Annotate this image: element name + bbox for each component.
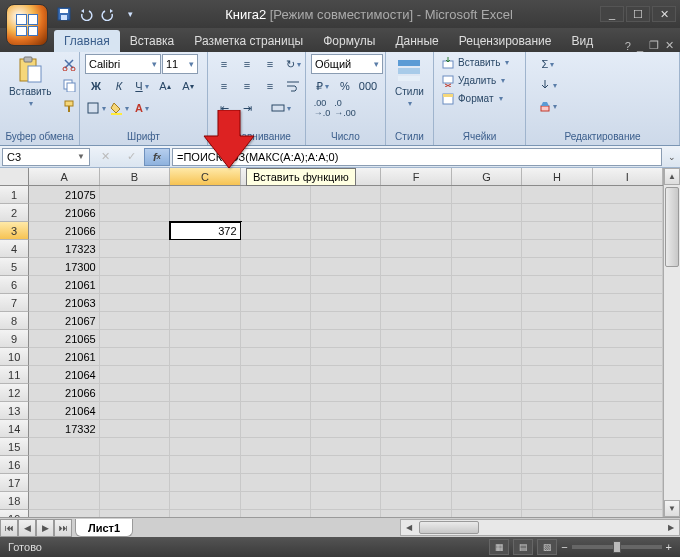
cell[interactable]: [593, 258, 663, 276]
insert-function-button[interactable]: fx: [144, 148, 170, 166]
cell[interactable]: [100, 294, 170, 312]
cell[interactable]: [241, 258, 311, 276]
cell[interactable]: [311, 204, 381, 222]
cell[interactable]: [241, 510, 311, 517]
mdi-restore-icon[interactable]: ❐: [649, 39, 659, 52]
cell[interactable]: [311, 258, 381, 276]
column-header[interactable]: I: [593, 168, 663, 185]
cell[interactable]: [522, 312, 592, 330]
cell[interactable]: [452, 204, 522, 222]
align-middle-button[interactable]: ≡: [236, 54, 258, 74]
cell[interactable]: [100, 510, 170, 517]
cell[interactable]: [170, 186, 240, 204]
cell[interactable]: [593, 330, 663, 348]
cell[interactable]: [452, 276, 522, 294]
cell-grid[interactable]: ABCDEFGHI1210752210663210663724173235173…: [0, 168, 663, 517]
cell[interactable]: [452, 240, 522, 258]
cell[interactable]: [311, 366, 381, 384]
cell[interactable]: 17332: [29, 420, 99, 438]
cell[interactable]: [100, 492, 170, 510]
cell[interactable]: [522, 186, 592, 204]
maximize-button[interactable]: ☐: [626, 6, 650, 22]
cell[interactable]: [311, 294, 381, 312]
cell[interactable]: [170, 258, 240, 276]
cell[interactable]: [522, 492, 592, 510]
mdi-minimize-icon[interactable]: _: [637, 40, 643, 52]
cell[interactable]: [452, 186, 522, 204]
cell[interactable]: [241, 366, 311, 384]
cell[interactable]: [381, 204, 451, 222]
wrap-text-button[interactable]: [282, 76, 304, 96]
cell[interactable]: [522, 222, 592, 240]
scroll-down-button[interactable]: ▼: [664, 500, 680, 517]
page-break-view-button[interactable]: ▧: [537, 539, 557, 555]
cell[interactable]: [29, 456, 99, 474]
cell[interactable]: [170, 474, 240, 492]
minimize-button[interactable]: _: [600, 6, 624, 22]
cell[interactable]: [381, 294, 451, 312]
cell[interactable]: [170, 402, 240, 420]
row-header[interactable]: 16: [0, 456, 29, 474]
cell[interactable]: [452, 510, 522, 517]
cell[interactable]: 21064: [29, 366, 99, 384]
row-header[interactable]: 13: [0, 402, 29, 420]
tab-insert[interactable]: Вставка: [120, 30, 185, 52]
cell[interactable]: [100, 312, 170, 330]
cell[interactable]: [522, 366, 592, 384]
sheet-tab[interactable]: Лист1: [75, 519, 133, 537]
cell[interactable]: [170, 456, 240, 474]
cell[interactable]: [241, 348, 311, 366]
cell[interactable]: [311, 312, 381, 330]
row-header[interactable]: 9: [0, 330, 29, 348]
cell[interactable]: [100, 348, 170, 366]
cell[interactable]: [311, 222, 381, 240]
cell[interactable]: [311, 384, 381, 402]
align-center-button[interactable]: ≡: [236, 76, 258, 96]
undo-icon[interactable]: [78, 6, 94, 22]
cell[interactable]: [381, 240, 451, 258]
tab-review[interactable]: Рецензирование: [449, 30, 562, 52]
cell[interactable]: [452, 222, 522, 240]
row-header[interactable]: 7: [0, 294, 29, 312]
cell[interactable]: [522, 258, 592, 276]
cell[interactable]: [170, 204, 240, 222]
cell[interactable]: [593, 420, 663, 438]
cell[interactable]: [311, 492, 381, 510]
cell[interactable]: [522, 276, 592, 294]
cell[interactable]: 21064: [29, 402, 99, 420]
cell[interactable]: [311, 276, 381, 294]
tab-home[interactable]: Главная: [54, 30, 120, 52]
cell[interactable]: [100, 456, 170, 474]
copy-button[interactable]: [58, 75, 80, 95]
column-header[interactable]: A: [29, 168, 99, 185]
cell[interactable]: [311, 420, 381, 438]
italic-button[interactable]: К: [108, 76, 130, 96]
fill-color-button[interactable]: ▾: [108, 98, 130, 118]
cancel-formula-button[interactable]: ✕: [92, 148, 118, 166]
cell[interactable]: [100, 204, 170, 222]
cell[interactable]: [522, 438, 592, 456]
cell[interactable]: [100, 384, 170, 402]
cell[interactable]: [100, 402, 170, 420]
cell[interactable]: [311, 474, 381, 492]
cell[interactable]: 17300: [29, 258, 99, 276]
align-bottom-button[interactable]: ≡: [259, 54, 281, 74]
normal-view-button[interactable]: ▦: [489, 539, 509, 555]
clear-button[interactable]: ▾: [531, 96, 565, 116]
column-header[interactable]: F: [381, 168, 451, 185]
cell[interactable]: [522, 294, 592, 312]
merge-button[interactable]: ▾: [259, 98, 303, 118]
cell[interactable]: [381, 330, 451, 348]
autosum-button[interactable]: Σ▾: [531, 54, 565, 74]
cell[interactable]: [593, 276, 663, 294]
expand-formula-bar-button[interactable]: ⌄: [664, 148, 680, 166]
qat-customize-icon[interactable]: ▾: [122, 6, 138, 22]
cell[interactable]: [100, 276, 170, 294]
cell[interactable]: [381, 384, 451, 402]
cell[interactable]: [29, 438, 99, 456]
cell[interactable]: [311, 510, 381, 517]
cell[interactable]: [241, 330, 311, 348]
cell[interactable]: [311, 456, 381, 474]
cell[interactable]: [381, 276, 451, 294]
zoom-slider[interactable]: [572, 545, 662, 549]
